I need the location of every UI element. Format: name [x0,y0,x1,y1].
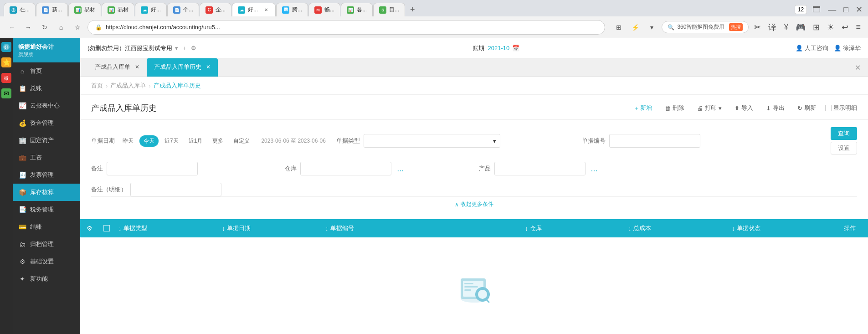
note-input[interactable] [107,162,198,175]
user-avatar[interactable]: 👤 徐泽华 [834,44,861,52]
th-date[interactable]: ↕ 单据日期 [218,224,322,232]
tab-t5[interactable]: ☁ 好... [135,3,167,16]
human-service-btn[interactable]: 👤 人工咨询 [796,44,828,52]
note-detail-input[interactable] [130,183,221,196]
address-input[interactable]: 🔒 https://cloud.chanjet.com/accounting/u… [87,20,605,35]
table-settings-btn[interactable]: ⚙ [80,225,98,232]
breadcrumb-list[interactable]: 产成品入库单 [110,82,146,90]
sidebar-item-home[interactable]: ⌂ 首页 [13,62,80,80]
th-type[interactable]: ↕ 单据类型 [115,224,218,232]
quick-icon-app[interactable]: 好 [1,42,11,52]
settings-icon[interactable]: ≡ [854,21,863,34]
print-button[interactable]: 🖨 打印 ▾ [693,102,725,114]
tab-t11[interactable]: 📊 各... [341,3,373,16]
product-input[interactable] [494,162,586,175]
table-select-all[interactable] [98,225,115,231]
breadcrumb-home[interactable]: 首页 [91,82,103,90]
tab-t7[interactable]: C 企... [200,3,231,16]
dropdown-icon[interactable]: ▾ [645,21,658,34]
tab-t2[interactable]: 📄 新... [36,3,68,16]
tab-t10[interactable]: M 畅... [308,3,340,16]
grid-icon[interactable]: ⊞ [811,21,822,34]
forward-button[interactable]: → [22,21,35,34]
sidebar-item-salary[interactable]: 💼 工资 [13,149,80,166]
date-7days[interactable]: 近7天 [160,135,183,147]
tab-t9[interactable]: 腾 腾... [276,3,308,16]
extensions-icon[interactable]: ⊞ [612,21,625,34]
product-dots-btn[interactable]: ... [589,164,600,174]
sidebar-item-ledger[interactable]: 📋 总账 [13,80,80,97]
refresh-button[interactable]: ↻ [38,21,51,34]
tab-counter[interactable]: 12 [795,5,807,14]
brightness-icon[interactable]: ☀ [825,21,836,34]
th-number[interactable]: ↕ 单据编号 [322,224,521,232]
sidebar-item-invoice[interactable]: 🧾 发票管理 [13,166,80,184]
warehouse-dots-btn[interactable]: ... [395,164,406,174]
add-company-btn[interactable]: + [183,45,186,51]
date-1month[interactable]: 近1月 [185,135,207,147]
tab-t8[interactable]: ☁ 好... ✕ [232,3,276,16]
sidebar-item-new-feature[interactable]: ✦ 新功能 [13,270,80,288]
sidebar-item-inventory[interactable]: 📦 库存核算 [13,184,80,201]
bookmark-button[interactable]: ☆ [71,21,84,34]
sidebar-item-basic-settings[interactable]: ⚙ 基础设置 [13,253,80,270]
tab-t4[interactable]: 📊 易材 [102,3,134,16]
query-button[interactable]: 查询 [831,127,857,140]
quick-icon-mail[interactable]: ✉ [1,88,11,98]
new-tab-button[interactable]: + [406,3,419,16]
browser-search[interactable]: 🔍 360智能抠图免费用 热搜 [662,21,749,33]
tab-close-product-list[interactable]: ✕ [135,64,139,70]
undo-icon[interactable]: ↩ [840,21,850,34]
refresh-button[interactable]: ↻ 刷新 [794,102,820,114]
tab-product-list[interactable]: 产成品入库单 ✕ [87,58,147,77]
tab-product-history[interactable]: 产成品入库单历史 ✕ [147,58,218,77]
back-button[interactable]: ← [5,21,18,34]
tab-t6[interactable]: 📄 个... [167,3,199,16]
sidebar-item-tax[interactable]: 📑 税务管理 [13,201,80,218]
game-icon[interactable]: 🎮 [794,21,807,34]
date-today[interactable]: 今天 [139,135,159,147]
type-select[interactable]: ▾ [364,134,500,148]
sidebar-item-fund[interactable]: 💰 资金管理 [13,114,80,132]
show-columns-checkbox[interactable] [825,105,832,111]
date-yesterday[interactable]: 昨天 [118,135,138,147]
scissors-icon[interactable]: ✂ [752,21,763,34]
tab-close-history[interactable]: ✕ [206,64,211,70]
collapse-bar[interactable]: ∧ 收起更多条件 [91,196,857,212]
home-button[interactable]: ⌂ [55,21,67,34]
window-close-icon[interactable]: ✕ [854,4,864,15]
quick-icon-star[interactable]: ⭐ [1,57,11,67]
calendar-icon[interactable]: 📅 [512,45,519,51]
sidebar-item-settlement[interactable]: 💳 结账 [13,218,80,236]
tab-t3[interactable]: 📊 易材 [68,3,101,16]
sidebar-item-fixed-assets[interactable]: 🏢 固定资产 [13,132,80,149]
close-panel-btn[interactable]: ✕ [855,63,861,72]
add-button[interactable]: + 新增 [631,102,656,114]
select-all-checkbox[interactable] [103,225,110,231]
restore-icon[interactable]: 🗔 [811,4,822,15]
lightning-icon[interactable]: ⚡ [629,21,642,34]
sidebar-item-cloud-report[interactable]: 📈 云报表中心 [13,97,80,114]
tab-t12[interactable]: S 目... [373,3,405,16]
sidebar-item-archive[interactable]: 🗂 归档管理 [13,236,80,253]
import-button[interactable]: ⬆ 导入 [731,102,757,114]
number-input[interactable] [609,134,700,148]
date-custom[interactable]: 自定义 [229,135,254,147]
export-button[interactable]: ⬇ 导出 [762,102,788,114]
delete-button[interactable]: 🗑 删除 [661,102,688,114]
tab-close-t8[interactable]: ✕ [262,6,270,14]
wallet-icon[interactable]: ¥ [782,21,790,34]
date-more[interactable]: 更多 [208,135,227,147]
warehouse-input[interactable] [300,162,391,175]
settings-button[interactable]: 设置 [831,142,857,154]
th-warehouse[interactable]: ↕ 仓库 [521,224,625,232]
company-dropdown-icon[interactable]: ▾ [175,45,178,51]
show-columns-check[interactable]: 显示明细 [825,104,857,112]
maximize-icon[interactable]: □ [842,4,850,15]
company-settings-icon[interactable]: ⚙ [191,45,196,51]
quick-icon-weibo[interactable]: 微 [1,73,11,83]
tab-t1[interactable]: ◎ 在... [4,3,36,16]
th-status[interactable]: ↕ 单据状态 [728,224,832,232]
translate-icon[interactable]: 译 [766,20,778,35]
th-total-cost[interactable]: ↕ 总成本 [625,224,728,232]
